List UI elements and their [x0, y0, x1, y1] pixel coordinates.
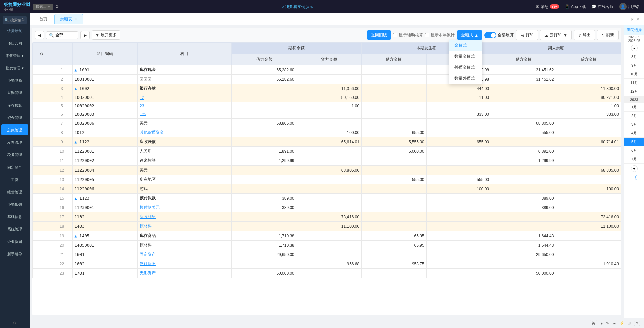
- account-code: 1601: [72, 250, 137, 259]
- nav-next-btn[interactable]: ▶: [80, 31, 90, 39]
- view-mode-btn[interactable]: 金额式 ▲: [457, 30, 482, 40]
- account-name: 库存现金: [137, 65, 231, 75]
- cloud-icon[interactable]: ☁: [612, 321, 616, 325]
- opening-debit: 65,282.60: [232, 75, 297, 84]
- date-prev-btn[interactable]: ▲: [631, 45, 638, 51]
- search-input[interactable]: [55, 33, 75, 38]
- sidebar-item-system[interactable]: 系统管理: [1, 223, 28, 235]
- sidebar-item-purchase[interactable]: 采购管理: [1, 87, 28, 98]
- edit-icon[interactable]: ✎: [606, 321, 609, 325]
- show-aux-check[interactable]: 显示辅助核算: [393, 32, 423, 38]
- closing-credit: 11,100.00: [556, 222, 621, 231]
- toggle-switch-control[interactable]: [484, 32, 496, 38]
- th-settings[interactable]: ⚙: [33, 43, 51, 65]
- closing-debit: 31,451.62: [491, 65, 556, 75]
- print-btn[interactable]: 🖨 打印: [516, 30, 538, 40]
- search-menu-btn[interactable]: 🔍 搜索菜单: [3, 16, 27, 24]
- closing-debit: [491, 137, 556, 147]
- month-item[interactable]: 9月: [624, 61, 644, 70]
- tab-home[interactable]: 首页: [34, 14, 53, 24]
- closing-debit: 6,891.00: [491, 147, 556, 156]
- opening-debit: [232, 102, 297, 110]
- month-item[interactable]: 7月: [624, 155, 644, 164]
- sidebar-item-tax[interactable]: 税务管理: [1, 149, 28, 160]
- return-old-btn[interactable]: 退回旧版: [367, 30, 391, 40]
- sidebar-item-salary[interactable]: 工资: [1, 174, 28, 185]
- sidebar-item-invoice[interactable]: 发票管理: [1, 137, 28, 148]
- tab-balance[interactable]: 余额表 ✕: [54, 14, 83, 24]
- sidebar-item-ecommerce[interactable]: 小畅电商: [1, 75, 28, 86]
- tab-restore-btn[interactable]: ⊡: [631, 17, 635, 22]
- grid-icon[interactable]: ⊞: [628, 321, 631, 325]
- sidebar-item-expense[interactable]: 小畅报销: [1, 199, 28, 210]
- lightning-icon[interactable]: ⚡: [620, 321, 624, 325]
- month-item[interactable]: 3月: [624, 120, 644, 129]
- tab-close-btn[interactable]: ✕: [74, 17, 77, 21]
- demo-link[interactable]: ○ 我要看实例演示: [282, 4, 314, 10]
- account-code: 10020002: [72, 102, 137, 110]
- row-settings: [33, 110, 51, 119]
- sidebar-item-fixed-assets[interactable]: 固定资产: [1, 161, 28, 173]
- month-item[interactable]: 8月: [624, 53, 644, 61]
- user-avatar[interactable]: 👤 用户名: [619, 3, 640, 10]
- account-name: 银行存款: [137, 84, 231, 93]
- sidebar-item-basic-info[interactable]: 基础信息: [1, 211, 28, 222]
- settings-icon[interactable]: ⚙: [55, 4, 59, 9]
- app-download-btn[interactable]: 📱 App下载: [565, 4, 586, 10]
- view-mode-dropdown[interactable]: 金额式 ▲ 金额式 数量金额式 外币金额式 数量外币式: [457, 30, 482, 40]
- cloud-print-btn[interactable]: ☁ 云打印 ▼: [540, 30, 572, 40]
- view-mode-foreign-amount[interactable]: 外币金额式: [449, 62, 482, 73]
- month-item[interactable]: 4月: [624, 129, 644, 138]
- export-btn[interactable]: ⇧ 导出: [574, 30, 595, 40]
- sidebar-settings-btn[interactable]: ⚙: [3, 321, 27, 325]
- online-service-btn[interactable]: 💬 在线客服: [591, 4, 614, 10]
- closing-debit: 31,451.62: [491, 75, 556, 84]
- row-settings: [33, 137, 51, 147]
- sidebar-item-collab[interactable]: 企业协同: [1, 236, 28, 247]
- table-row: 14 11220006 游戏 100.00 100.00: [33, 184, 621, 194]
- table-row: 1 ▲ 1001 库存现金 65,282.60 33,830.98 31,451…: [33, 65, 621, 75]
- lang-btn[interactable]: 英: [590, 320, 597, 326]
- expand-more-btn[interactable]: ▼ 展开更多: [92, 30, 120, 40]
- month-item[interactable]: 5月: [624, 138, 644, 146]
- nav-prev-btn[interactable]: ◀: [35, 31, 44, 39]
- closing-debit: 68,805.00: [491, 119, 556, 128]
- expand-all-toggle[interactable]: 全部展开: [484, 32, 514, 38]
- show-year-total-check[interactable]: 显示本年累计: [425, 32, 455, 38]
- window-input[interactable]: 搜索... ▼: [33, 4, 53, 10]
- sidebar-item-operations[interactable]: 经营管理: [1, 186, 28, 197]
- sidebar-item-project[interactable]: 项目合同: [1, 38, 28, 49]
- month-item[interactable]: 1月: [624, 103, 644, 112]
- collapse-panel-btn[interactable]: 《: [624, 173, 644, 183]
- view-mode-amount[interactable]: 金额式: [449, 40, 482, 51]
- date-next-btn[interactable]: ▼: [631, 165, 638, 172]
- refresh-btn[interactable]: ↻ 刷新: [597, 30, 619, 40]
- sidebar-item-finance[interactable]: 资金管理: [1, 112, 28, 123]
- tab-close-all-btn[interactable]: ✕: [636, 17, 640, 22]
- message-icon-btn[interactable]: ✉ 消息 99+: [536, 4, 559, 10]
- month-item[interactable]: 12月: [624, 87, 644, 96]
- closing-debit: 1,644.43: [491, 231, 556, 241]
- row-settings: [33, 119, 51, 128]
- sidebar-item-wholesale[interactable]: 批发管理 ▾: [1, 62, 28, 73]
- sidebar-item-ledger[interactable]: 总账管理: [1, 124, 28, 135]
- opening-debit: [232, 175, 297, 184]
- toolbar: ◀ 🔍 ▶ ▼ 展开更多 退回旧版: [32, 28, 621, 42]
- table-row: 8 1012 其他货币资金 100.00 655.00 555.00: [33, 128, 621, 137]
- sidebar-item-inventory[interactable]: 库存核算: [1, 100, 28, 111]
- view-mode-qty-amount[interactable]: 数量金额式: [449, 51, 482, 62]
- date-panel-header[interactable]: 期间选择: [624, 25, 644, 35]
- sidebar-item-retail[interactable]: 零售管理 ▾: [1, 50, 28, 61]
- opening-credit: [297, 65, 361, 75]
- current-debit: [362, 194, 426, 203]
- view-mode-qty-foreign[interactable]: 数量外币式: [449, 73, 482, 84]
- table-row: 15 ▲ 1123 预付账款 389.00 389.00: [33, 194, 621, 203]
- closing-credit: [556, 175, 621, 184]
- month-item[interactable]: 2月: [624, 112, 644, 120]
- account-name: 美元: [137, 166, 231, 175]
- month-item[interactable]: 11月: [624, 79, 644, 87]
- month-item[interactable]: 6月: [624, 146, 644, 155]
- month-item[interactable]: 10月: [624, 70, 644, 79]
- help-icon[interactable]: ?: [634, 321, 640, 326]
- sidebar-item-guide[interactable]: 新手引导: [1, 248, 28, 259]
